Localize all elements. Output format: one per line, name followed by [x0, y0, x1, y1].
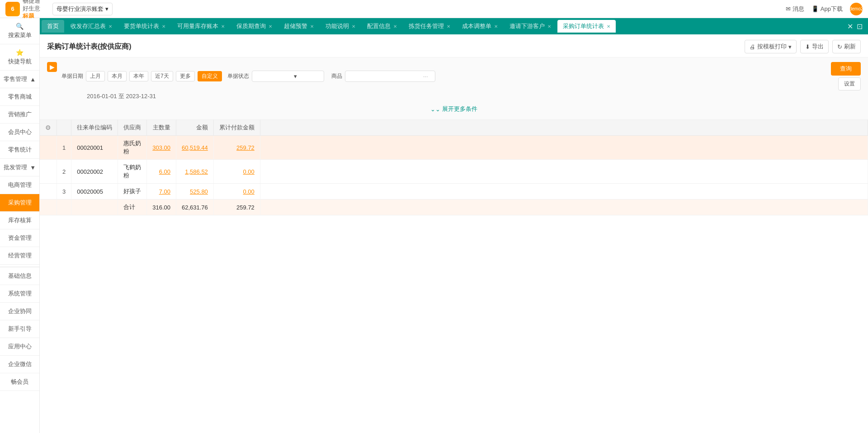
sidebar-item-ecommerce[interactable]: 电商管理 [0, 176, 39, 194]
date-range-text: 2016-01-01 至 2023-12-31 [87, 92, 156, 100]
date-7days-btn[interactable]: 近7天 [151, 71, 173, 81]
export-button[interactable]: ⬇ 导出 [800, 40, 829, 53]
sidebar-item-base-info[interactable]: 基础信息 [0, 266, 39, 285]
sidebar-item-retail-store[interactable]: 零售商城 [0, 88, 39, 106]
row-main-qty-0[interactable]: 303.00 [147, 136, 176, 160]
refresh-button[interactable]: ↻ 刷新 [832, 40, 861, 53]
tab-close-overstock[interactable]: ✕ [310, 24, 314, 29]
tab-function-desc[interactable]: 功能说明 ✕ [320, 20, 361, 33]
row-main-qty-2[interactable]: 7.00 [147, 184, 176, 200]
sidebar-item-inventory[interactable]: 库存核算 [0, 212, 39, 229]
footer-paid-amount: 259.72 [213, 200, 260, 215]
sidebar-item-quick-nav[interactable]: ⭐ 快捷导航 [0, 44, 39, 71]
row-amount-1[interactable]: 1,586.52 [176, 160, 214, 184]
tab-overstock[interactable]: 超储预警 ✕ [278, 20, 319, 33]
main-layout: 🔍 搜索菜单 ⭐ 快捷导航 零售管理 ▲ 零售商城 营销推广 会员中心 零售统计… [0, 18, 868, 433]
row-paid-amount-2[interactable]: 0.00 [213, 184, 260, 200]
chevron-icon: ▲ [30, 76, 36, 83]
date-this-year-btn[interactable]: 本年 [129, 71, 148, 81]
star-icon: ⭐ [16, 49, 24, 56]
sidebar-item-purchase[interactable]: 采购管理 [0, 194, 39, 212]
tab-close-all-icon[interactable]: ✕ [847, 22, 853, 31]
sidebar-item-operations[interactable]: 经营管理 [0, 247, 39, 265]
tab-close-picking-task[interactable]: ✕ [447, 24, 450, 29]
chevron-down-icon: ▼ [30, 164, 36, 171]
row-extra-2 [260, 184, 868, 200]
tab-close-cost-adjust[interactable]: ✕ [494, 24, 498, 29]
tab-purchase-stats[interactable]: 采购订单统计表 ✕ [557, 20, 616, 33]
sidebar-item-sys-manage[interactable]: 系统管理 [0, 285, 39, 303]
row-index-1: 2 [57, 160, 71, 184]
expand-conditions-btn[interactable]: ⌄⌄ 展开更多条件 [430, 105, 477, 113]
avatar[interactable]: demo2 [850, 3, 863, 15]
tab-picking-task[interactable]: 拣货任务管理 ✕ [403, 20, 456, 33]
sidebar-item-finance[interactable]: 资金管理 [0, 229, 39, 247]
tab-maximize-icon[interactable]: ⊡ [857, 22, 863, 31]
row-main-qty-1[interactable]: 6.00 [147, 160, 176, 184]
tab-home[interactable]: 首页 [42, 20, 64, 33]
date-this-month-btn[interactable]: 本月 [108, 71, 127, 81]
tab-close-config-info[interactable]: ✕ [393, 24, 397, 29]
sidebar-item-search[interactable]: 🔍 搜索菜单 [0, 18, 39, 44]
expand-conditions-row: ⌄⌄ 展开更多条件 [47, 100, 861, 115]
date-more-btn[interactable]: 更多 [176, 71, 195, 81]
row-gear-0 [40, 136, 57, 160]
row-paid-amount-1[interactable]: 0.00 [213, 160, 260, 184]
page-content: 采购订单统计表(按供应商) 🖨 按模板打印 ▾ ⬇ 导出 ↻ 刷新 [40, 34, 868, 433]
sidebar-item-app-center[interactable]: 应用中心 [0, 338, 39, 356]
tab-available-stock[interactable]: 可用量库存账本 ✕ [172, 20, 230, 33]
sidebar-item-enterprise-wechat[interactable]: 企业微信 [0, 356, 39, 373]
tab-close-shelf-life[interactable]: ✕ [269, 24, 272, 29]
tab-close-purchase-stats[interactable]: ✕ [607, 24, 610, 29]
tab-close-invite-downstream[interactable]: ✕ [547, 24, 551, 29]
date-custom-badge[interactable]: 自定义 [198, 71, 222, 81]
sidebar-item-retail-stats[interactable]: 零售统计 [0, 141, 39, 159]
row-paid-amount-0[interactable]: 259.72 [213, 136, 260, 160]
refresh-icon: ↻ [837, 43, 842, 50]
footer-label [71, 200, 118, 215]
goods-input[interactable] [349, 73, 421, 80]
row-amount-2[interactable]: 525.80 [176, 184, 214, 200]
filter-date-range-row: 2016-01-01 至 2023-12-31 [61, 92, 861, 100]
chevron-down-icon: ▾ [294, 73, 297, 80]
sidebar-item-vip[interactable]: 畅会员 [0, 373, 39, 391]
sidebar-item-retail-manage[interactable]: 零售管理 ▲ [0, 71, 39, 88]
row-unit-code-0: 00020001 [71, 136, 118, 160]
printer-icon: 🖨 [750, 43, 755, 50]
th-extra [260, 120, 868, 136]
sidebar-item-enterprise[interactable]: 企业协同 [0, 303, 39, 320]
tab-close-demand-stats[interactable]: ✕ [162, 24, 165, 29]
settings-button[interactable]: 设置 [838, 77, 861, 90]
status-select[interactable]: ▾ [252, 71, 324, 82]
th-gear[interactable]: ⚙ [40, 120, 57, 136]
tab-shelf-life[interactable]: 保质期查询 ✕ [231, 20, 278, 33]
sidebar-item-new-guide[interactable]: 新手引导 [0, 320, 39, 338]
tab-cost-adjust[interactable]: 成本调整单 ✕ [457, 20, 503, 33]
data-table: ⚙ 往来单位编码 供应商 主数量 金额 累计付款金额 1 [40, 120, 868, 215]
workspace-selector[interactable]: 母婴行业演示账套 ▾ [52, 3, 113, 15]
tab-config-info[interactable]: 配置信息 ✕ [362, 20, 402, 33]
sidebar-item-wholesale[interactable]: 批发管理 ▼ [0, 159, 39, 176]
tab-close-available-stock[interactable]: ✕ [221, 24, 225, 29]
th-unit-code: 往来单位编码 [71, 120, 118, 136]
toggle-filter-btn[interactable]: ▶ [47, 62, 57, 72]
print-button[interactable]: 🖨 按模板打印 ▾ [745, 40, 797, 53]
top-bar: 6 畅捷通好生意 标题 母婴行业演示账套 ▾ ✉ 消息 📱 App下载 demo… [0, 0, 868, 18]
message-btn[interactable]: ✉ 消息 [786, 5, 804, 13]
more-icon: ··· [423, 73, 428, 80]
tab-close-collect-dispatch[interactable]: ✕ [108, 24, 112, 29]
date-last-month-btn[interactable]: 上月 [86, 71, 105, 81]
app-download-btn[interactable]: 📱 App下载 [811, 5, 843, 13]
page-title: 采购订单统计表(按供应商) [47, 42, 132, 52]
row-amount-0[interactable]: 60,519.44 [176, 136, 214, 160]
th-index [57, 120, 71, 136]
query-button[interactable]: 查询 [831, 62, 861, 76]
tab-demand-stats[interactable]: 要货单统计表 ✕ [118, 20, 171, 33]
sidebar-item-marketing[interactable]: 营销推广 [0, 106, 39, 124]
sidebar-item-member[interactable]: 会员中心 [0, 124, 39, 141]
tab-invite-downstream[interactable]: 邀请下游客户 ✕ [504, 20, 557, 33]
gear-icon: ⚙ [45, 124, 51, 131]
footer-index [57, 200, 71, 215]
tab-close-function-desc[interactable]: ✕ [352, 24, 355, 29]
tab-collect-dispatch[interactable]: 收发存汇总表 ✕ [65, 20, 118, 33]
